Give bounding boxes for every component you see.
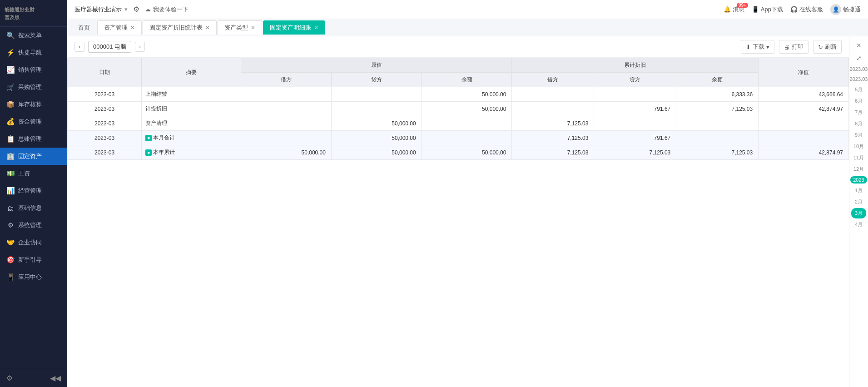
sidebar-item-label: 快捷导航 [18, 49, 42, 57]
cell-ov-balance: 50,000.00 [422, 87, 512, 102]
basic-icon: 🗂 [6, 204, 15, 212]
tab-asset-detail[interactable]: 固定资产明细账 ✕ [263, 20, 325, 35]
tab-asset-mgmt[interactable]: 资产管理 ✕ [97, 20, 142, 35]
sub-actions: ⬇ 下载 ▾ 🖨 打印 ↻ 刷新 [741, 40, 842, 54]
operations-icon: 📊 [6, 187, 15, 195]
month-1[interactable]: 1月 [849, 185, 868, 196]
year-label[interactable]: 2023 [850, 176, 867, 184]
col-summary: 摘要 [142, 58, 241, 87]
close-icon[interactable]: ✕ [130, 25, 135, 31]
cell-date: 2023-03 [68, 87, 142, 102]
topbar: 医疗器械行业演示 ▾ ⚙ ☁ 我要体验一下 🔔 消息 99+ 📱 App下载 🎧… [67, 0, 868, 19]
close-icon[interactable]: ✕ [314, 25, 318, 31]
sidebar-item-apps[interactable]: 📱 应用中心 [0, 268, 67, 286]
cell-ad-debit: 7,125.03 [512, 116, 594, 131]
tab-asset-type[interactable]: 资产类型 ✕ [218, 20, 262, 35]
close-icon[interactable]: ✕ [251, 25, 255, 31]
cell-ad-credit [594, 87, 676, 102]
sidebar-item-quicknav[interactable]: ⚡ 快捷导航 [0, 44, 67, 61]
sidebar-item-ledger[interactable]: 📋 总账管理 [0, 130, 67, 148]
cell-net: 42,874.97 [759, 145, 849, 160]
download-button[interactable]: ⬇ 下载 ▾ [741, 40, 774, 54]
close-panel-button[interactable]: ✕ [853, 39, 865, 52]
asset-tag: 000001 电脑 [88, 41, 131, 53]
settings-button[interactable]: ⚙ [133, 5, 139, 14]
settings-icon[interactable]: ⚙ [6, 374, 13, 382]
sidebar-item-salary[interactable]: 💵 工资 [0, 165, 67, 182]
sidebar-item-label: 总账管理 [18, 135, 42, 143]
sidebar-edition: 普及版 [5, 14, 63, 21]
experience-button[interactable]: ☁ 我要体验一下 [145, 5, 188, 14]
cell-date: 2023-03 [68, 145, 142, 160]
sidebar-item-operations[interactable]: 📊 经营管理 [0, 182, 67, 199]
sidebar-item-sales[interactable]: 📈 销售管理 [0, 61, 67, 79]
month-3[interactable]: 3月 [851, 208, 866, 218]
sidebar-item-label: 库存核算 [18, 100, 42, 109]
sidebar-item-search[interactable]: 🔍 搜索菜单 [0, 27, 67, 44]
sidebar-item-inventory[interactable]: 📦 库存核算 [0, 96, 67, 113]
sidebar-item-assets[interactable]: 🏢 固定资产 [0, 148, 67, 165]
sub-header: ‹ 000001 电脑 › ⬇ 下载 ▾ 🖨 打印 ↻ 刷新 [67, 36, 849, 58]
app-download-button[interactable]: 📱 App下载 [752, 5, 783, 14]
cell-ov-credit: 50,000.00 [331, 116, 422, 131]
sidebar-item-label: 新手引导 [18, 256, 42, 264]
month-9[interactable]: 9月 [849, 130, 868, 140]
salary-icon: 💵 [6, 169, 15, 178]
month-7[interactable]: 7月 [849, 107, 868, 118]
month-6[interactable]: 6月 [849, 96, 868, 106]
cell-net [759, 131, 849, 145]
cell-ad-balance [676, 116, 759, 131]
refresh-icon: ↻ [818, 44, 823, 50]
cell-date: 2023-03 [68, 131, 142, 145]
user-menu[interactable]: 👤 畅捷通 [830, 4, 861, 15]
cell-net: 42,874.97 [759, 102, 849, 116]
next-arrow[interactable]: › [135, 42, 145, 52]
headset-icon: 🎧 [790, 6, 798, 13]
sidebar-header: 畅捷通好业财 普及版 [0, 0, 67, 27]
cell-ov-debit [241, 116, 332, 131]
month-11[interactable]: 11月 [849, 153, 868, 163]
month-12[interactable]: 12月 [849, 164, 868, 174]
cell-ov-balance [422, 116, 512, 131]
customer-service-button[interactable]: 🎧 在线客服 [790, 5, 823, 14]
expand-panel-button[interactable]: ⤢ [853, 52, 865, 64]
tabbar: 首页 资产管理 ✕ 固定资产折旧统计表 ✕ 资产类型 ✕ 固定资产明细账 ✕ [67, 19, 868, 36]
tab-home[interactable]: 首页 [72, 21, 96, 35]
print-button[interactable]: 🖨 打印 [779, 40, 808, 54]
sidebar-item-guide[interactable]: 🎯 新手引导 [0, 251, 67, 268]
cell-ov-credit [331, 102, 422, 116]
cell-ad-credit [594, 116, 676, 131]
month-4[interactable]: 4月 [849, 219, 868, 230]
sidebar-item-label: 销售管理 [18, 66, 42, 74]
month-5[interactable]: 5月 [849, 84, 868, 95]
print-icon: 🖨 [784, 44, 790, 50]
purchase-icon: 🛒 [6, 83, 15, 91]
prev-arrow[interactable]: ‹ [74, 42, 84, 52]
close-icon[interactable]: ✕ [205, 25, 210, 31]
cell-ad-debit [512, 102, 594, 116]
cell-ov-credit [331, 87, 422, 102]
tab-depreciation-stats[interactable]: 固定资产折旧统计表 ✕ [143, 20, 217, 35]
month-10[interactable]: 10月 [849, 141, 868, 152]
cell-ad-debit [512, 87, 594, 102]
notifications-button[interactable]: 🔔 消息 99+ [724, 5, 744, 14]
cell-ad-credit: 791.67 [594, 131, 676, 145]
sidebar-item-collab[interactable]: 🤝 企业协同 [0, 234, 67, 251]
cell-ov-debit: 50,000.00 [241, 145, 332, 160]
month-8[interactable]: 8月 [849, 119, 868, 129]
sidebar-item-basic[interactable]: 🗂 基础信息 [0, 199, 67, 217]
company-selector[interactable]: 医疗器械行业演示 ▾ [74, 5, 128, 14]
sidebar-logo: 畅捷通好业财 普及版 [5, 6, 63, 21]
download-icon: 📱 [752, 6, 759, 13]
sidebar-logo-title: 畅捷通好业财 [5, 6, 63, 13]
month-2[interactable]: 2月 [849, 197, 868, 207]
refresh-button[interactable]: ↻ 刷新 [813, 40, 842, 54]
sidebar-item-purchase[interactable]: 🛒 采购管理 [0, 79, 67, 96]
cell-ov-balance: 50,000.00 [422, 102, 512, 116]
sidebar-item-funds[interactable]: 💰 资金管理 [0, 113, 67, 130]
notification-count: 99+ [737, 3, 748, 8]
tab-label: 固定资产折旧统计表 [149, 24, 203, 32]
collapse-icon[interactable]: ◀◀ [50, 374, 61, 382]
cell-ov-credit: 50,000.00 [331, 145, 422, 160]
sidebar-item-system[interactable]: ⚙ 系统管理 [0, 217, 67, 234]
